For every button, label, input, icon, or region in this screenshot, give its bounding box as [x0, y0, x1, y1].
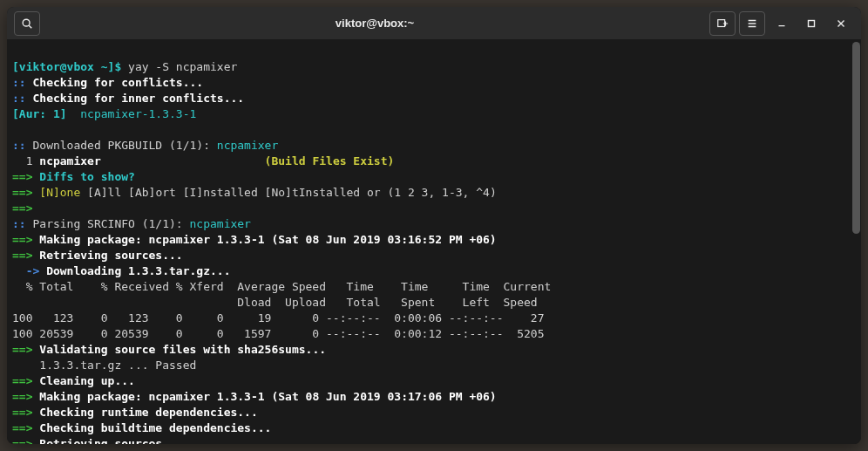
line-passed: 1.3.3.tar.gz ... Passed [12, 358, 856, 373]
terminal-output[interactable]: [viktor@vbox ~]$ yay -S ncpamixer:: Chec… [7, 40, 861, 444]
scrollbar-thumb[interactable] [852, 42, 860, 234]
svg-point-0 [23, 19, 30, 26]
line-dl-sub: -> Downloading 1.3.3.tar.gz... [12, 263, 856, 279]
prefix: :: [12, 76, 32, 89]
line-retr2: ==> Retrieving sources... [12, 436, 856, 444]
exist: (Build Files Exist) [265, 154, 395, 167]
line-retr1: ==> Retrieving sources... [12, 248, 856, 263]
line-diffs: ==> Diffs to show? [12, 169, 856, 185]
menu-button[interactable] [739, 11, 765, 36]
arrow: ==> [12, 249, 39, 262]
text: Downloading 1.3.3.tar.gz... [46, 264, 230, 277]
arrow: ==> [12, 406, 39, 419]
prefix: :: [12, 139, 32, 152]
line-download: :: Downloaded PKGBUILD (1/1): ncpamixer [12, 138, 856, 154]
text: Checking runtime dependencies... [39, 406, 257, 419]
arrow: ==> [12, 390, 39, 403]
prompt: [viktor@vbox ~]$ [12, 60, 128, 73]
search-icon [21, 17, 33, 30]
line-aur: [Aur: 1] ncpamixer-1.3.3-1 [12, 106, 856, 122]
opts: [A]ll [Ab]ort [I]nstalled [No]tInstalled… [87, 186, 497, 199]
maximize-button[interactable] [798, 11, 824, 36]
new-tab-button[interactable] [709, 11, 736, 36]
window-title: viktor@vbox:~ [42, 17, 708, 30]
arrow: ==> [12, 233, 39, 246]
titlebar: viktor@vbox:~ [7, 7, 861, 40]
blank-1 [12, 122, 856, 138]
curl-row-2: 100 20539 0 20539 0 0 1597 0 --:--:-- 0:… [12, 326, 856, 342]
close-icon [835, 17, 847, 30]
text: Cleaning up... [39, 374, 135, 387]
line-validate: ==> Validating source files with sha256s… [12, 342, 856, 358]
command-text: yay -S ncpamixer [128, 60, 237, 73]
text: Making package: ncpamixer 1.3.3-1 (Sat 0… [39, 233, 496, 246]
svg-line-1 [29, 25, 31, 28]
text: Diffs to show? [39, 170, 135, 183]
arrow: ==> [12, 202, 32, 215]
close-button[interactable] [828, 11, 854, 36]
arrow: -> [12, 264, 46, 277]
line-rdep: ==> Checking runtime dependencies... [12, 405, 856, 420]
prefix: :: [12, 217, 32, 230]
text: Retrieving sources... [39, 249, 182, 262]
terminal-window: viktor@vbox:~ [viktor@vbox ~]$ yay -S nc… [7, 7, 861, 444]
none: [N]one [39, 186, 87, 199]
pkg: ncpamixer [217, 139, 278, 152]
curl-header-1: % Total % Received % Xferd Average Speed… [12, 279, 856, 295]
arrow: ==> [12, 421, 39, 434]
minimize-button[interactable] [769, 11, 795, 36]
line-pkg-row: 1 ncpamixer (Build Files Exist) [12, 154, 856, 169]
line-empty-arrow: ==> [12, 201, 856, 216]
line-conflicts: :: Checking for conflicts... [12, 75, 856, 91]
text: Checking for conflicts... [32, 76, 203, 89]
prompt-line: [viktor@vbox ~]$ yay -S ncpamixer [12, 59, 856, 75]
aur-pkg: ncpamixer-1.3.3-1 [80, 107, 196, 120]
pkg: ncpamixer [32, 154, 100, 167]
line-bdep: ==> Checking buildtime dependencies... [12, 420, 856, 436]
maximize-icon [805, 17, 817, 30]
arrow: ==> [12, 186, 39, 199]
text: Parsing SRCINFO (1/1): [32, 217, 189, 230]
arrow: ==> [12, 170, 39, 183]
text: Checking for inner conflicts... [32, 92, 244, 105]
curl-row-1: 100 123 0 123 0 0 19 0 --:--:-- 0:00:06 … [12, 311, 856, 326]
line-inner-conflicts: :: Checking for inner conflicts... [12, 91, 856, 106]
num: 1 [12, 154, 32, 167]
arrow: ==> [12, 343, 39, 356]
line-diff-opts: ==> [N]one [A]ll [Ab]ort [I]nstalled [No… [12, 185, 856, 201]
line-make1: ==> Making package: ncpamixer 1.3.3-1 (S… [12, 232, 856, 248]
curl-header-2: Dload Upload Total Spent Left Speed [12, 295, 856, 311]
text: Downloaded PKGBUILD (1/1): [32, 139, 216, 152]
aur-label: [Aur: 1] [12, 107, 80, 120]
arrow: ==> [12, 437, 39, 444]
pkg: ncpamixer [190, 217, 251, 230]
svg-rect-9 [809, 20, 815, 26]
minimize-icon [776, 17, 788, 30]
tab-plus-icon [716, 17, 729, 30]
arrow: ==> [12, 374, 39, 387]
line-parse: :: Parsing SRCINFO (1/1): ncpamixer [12, 216, 856, 232]
hamburger-icon [746, 17, 758, 30]
text: Checking buildtime dependencies... [39, 421, 271, 434]
text: Validating source files with sha256sums.… [39, 343, 326, 356]
line-make2: ==> Making package: ncpamixer 1.3.3-1 (S… [12, 389, 856, 405]
text: Retrieving sources... [39, 437, 182, 444]
text: Making package: ncpamixer 1.3.3-1 (Sat 0… [39, 390, 496, 403]
line-clean: ==> Cleaning up... [12, 373, 856, 389]
prefix: :: [12, 92, 32, 105]
search-button[interactable] [14, 11, 40, 36]
